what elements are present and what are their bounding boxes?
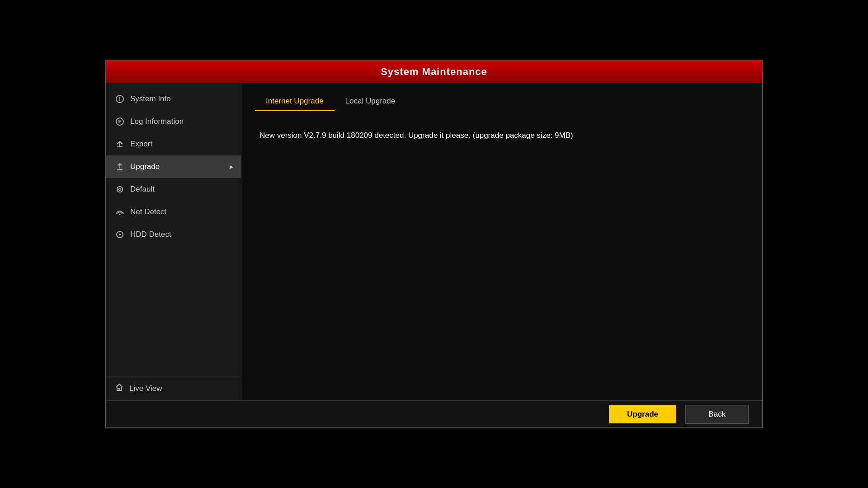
svg-point-9 bbox=[119, 214, 121, 215]
net-detect-icon bbox=[115, 207, 125, 217]
info-circle-icon: i bbox=[115, 94, 125, 104]
title-bar: System Maintenance bbox=[106, 61, 762, 83]
upgrade-message: New version V2.7.9 build 180209 detected… bbox=[255, 120, 749, 150]
sidebar-item-label: Upgrade bbox=[130, 162, 160, 171]
home-icon bbox=[115, 383, 124, 394]
sidebar-item-label: Log Information bbox=[130, 117, 184, 126]
sidebar-item-hdd-detect[interactable]: HDD Detect bbox=[106, 223, 241, 246]
window-title: System Maintenance bbox=[381, 66, 487, 78]
sidebar-item-log-information[interactable]: Log Information bbox=[106, 110, 241, 133]
sidebar-item-label: HDD Detect bbox=[130, 230, 171, 239]
tab-internet-upgrade[interactable]: Internet Upgrade bbox=[255, 92, 335, 111]
system-maintenance-window: System Maintenance i System Info bbox=[105, 60, 763, 428]
log-icon bbox=[115, 117, 125, 127]
main-body: i System Info Log Information bbox=[106, 83, 762, 400]
svg-point-11 bbox=[119, 234, 121, 235]
upgrade-button[interactable]: Upgrade bbox=[609, 405, 676, 423]
sidebar-item-label: Default bbox=[130, 185, 155, 194]
upgrade-icon bbox=[115, 162, 125, 172]
sidebar-item-net-detect[interactable]: Net Detect bbox=[106, 201, 241, 223]
svg-rect-8 bbox=[117, 169, 123, 170]
content-area: Internet Upgrade Local Upgrade New versi… bbox=[241, 83, 762, 400]
sidebar-item-default[interactable]: Default bbox=[106, 178, 241, 201]
sidebar-item-label: Net Detect bbox=[130, 207, 166, 216]
sidebar-item-system-info[interactable]: i System Info bbox=[106, 88, 241, 110]
sidebar-item-label: Export bbox=[130, 140, 152, 149]
svg-rect-12 bbox=[118, 388, 120, 390]
tab-local-upgrade[interactable]: Local Upgrade bbox=[335, 92, 406, 111]
sidebar-item-label: System Info bbox=[130, 94, 171, 103]
svg-text:i: i bbox=[119, 96, 120, 103]
sidebar-item-live-view[interactable]: Live View bbox=[106, 376, 241, 400]
export-icon bbox=[115, 139, 125, 149]
sidebar: i System Info Log Information bbox=[106, 83, 241, 400]
back-button[interactable]: Back bbox=[685, 405, 749, 424]
sidebar-item-export[interactable]: Export bbox=[106, 133, 241, 155]
hdd-detect-icon bbox=[115, 230, 125, 239]
chevron-right-icon: ► bbox=[228, 163, 235, 170]
bottom-bar: Upgrade Back bbox=[106, 400, 762, 427]
sidebar-item-upgrade[interactable]: Upgrade ► bbox=[106, 155, 241, 178]
tabs-bar: Internet Upgrade Local Upgrade bbox=[255, 92, 749, 111]
default-icon bbox=[115, 184, 125, 194]
live-view-label: Live View bbox=[129, 384, 162, 393]
